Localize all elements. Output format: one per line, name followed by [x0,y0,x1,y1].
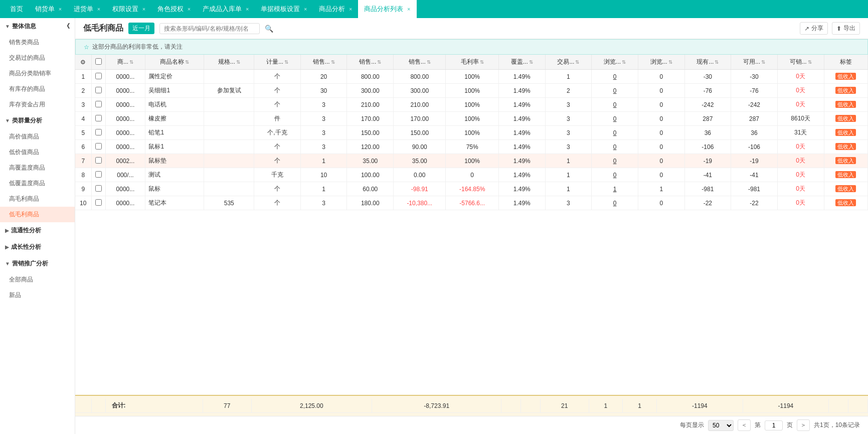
data-table: ⚙ 商...⇅ 商品名称⇅ 规格...⇅ 计量...⇅ 销售...⇅ 销售...… [75,55,868,210]
row-checkbox-6[interactable] [91,140,105,154]
row-views1-2[interactable]: 0 [592,84,638,98]
per-page-select[interactable]: 50 100 200 [708,420,734,431]
sidebar-item-low-coverage[interactable]: 低覆盖度商品 [0,176,75,191]
sidebar-item-high-margin[interactable]: 高毛利商品 [0,191,75,207]
sidebar-item-high-value[interactable]: 高价值商品 [0,129,75,144]
close-template-icon[interactable]: × [304,6,307,12]
nav-purchase[interactable]: 进货单 × [68,0,106,18]
sidebar-group-cluster-header[interactable]: ▼ 类群量分析 [0,112,75,129]
nav-analysis[interactable]: 商品分析 × [313,0,358,18]
row-views1-1[interactable]: 0 [592,70,638,84]
views1-link-7[interactable]: 0 [613,158,617,165]
close-role-icon[interactable]: × [188,6,191,12]
col-sales-amt[interactable]: 销售...⇅ [347,55,394,70]
sidebar-item-sales-goods[interactable]: 销售类商品 [0,35,75,50]
share-button[interactable]: ↗ 分享 [800,22,828,35]
col-spec[interactable]: 规格...⇅ [204,55,254,70]
row-checkbox-5[interactable] [91,126,105,140]
row-views1-7[interactable]: 0 [592,154,638,168]
row-tag-1: 低收入 [824,70,867,84]
views1-link-9[interactable]: 1 [613,186,617,193]
col-stock[interactable]: 现有...⇅ [684,55,731,70]
views1-link-1[interactable]: 0 [613,73,617,80]
close-analysis-list-icon[interactable]: × [407,6,410,12]
data-table-container[interactable]: ⚙ 商...⇅ 商品名称⇅ 规格...⇅ 计量...⇅ 销售...⇅ 销售...… [75,55,868,395]
sidebar-item-stock-goods[interactable]: 有库存的商品 [0,81,75,97]
row-checkbox-4[interactable] [91,112,105,126]
col-checkbox[interactable] [91,55,105,70]
filter-recent-month-button[interactable]: 近一月 [128,23,154,34]
sidebar-collapse-btn[interactable]: 《 [64,22,70,31]
row-views1-10[interactable]: 0 [592,196,638,210]
close-sales-icon[interactable]: × [59,6,62,12]
sidebar-item-new-goods[interactable]: 新品 [0,287,75,303]
nav-product-entry[interactable]: 产成品入库单 × [197,0,255,18]
search-input[interactable] [159,23,260,34]
search-icon[interactable]: 🔍 [265,25,273,33]
nav-home[interactable]: 首页 [4,0,29,18]
views1-link-5[interactable]: 0 [613,129,617,136]
select-all-checkbox[interactable] [95,58,102,65]
views1-link-8[interactable]: 0 [613,172,617,179]
row-checkbox-9[interactable] [91,182,105,196]
sidebar-group-growth-header[interactable]: ▶ 成长性分析 [0,239,75,255]
close-permission-icon[interactable]: × [142,6,145,12]
nav-permission[interactable]: 权限设置 × [106,0,151,18]
sidebar-group-flow-header[interactable]: ▶ 流通性分析 [0,222,75,239]
col-sellable[interactable]: 可销...⇅ [777,55,824,70]
col-available[interactable]: 可用...⇅ [731,55,778,70]
row-checkbox-2[interactable] [91,84,105,98]
row-checkbox-7[interactable] [91,154,105,168]
close-product-entry-icon[interactable]: × [246,6,249,12]
sidebar-item-high-coverage[interactable]: 高覆盖度商品 [0,160,75,176]
row-checkbox-3[interactable] [91,98,105,112]
page-input[interactable] [765,420,783,430]
views1-link-6[interactable]: 0 [613,143,617,151]
prev-page-button[interactable]: ＜ [738,419,751,431]
row-checkbox-10[interactable] [91,196,105,210]
row-views1-5[interactable]: 0 [592,126,638,140]
export-button[interactable]: ⬆ 导出 [832,22,860,35]
views1-link-10[interactable]: 0 [613,200,617,207]
row-views1-8[interactable]: 0 [592,168,638,182]
sidebar-group-marketing-header[interactable]: ▼ 营销推广分析 [0,255,75,272]
nav-template[interactable]: 单据模板设置 × [255,0,313,18]
close-analysis-icon[interactable]: × [349,6,352,12]
col-sales-qty[interactable]: 销售...⇅ [300,55,347,70]
views1-link-4[interactable]: 0 [613,115,617,122]
row-checkbox-8[interactable] [91,168,105,182]
close-purchase-icon[interactable]: × [97,6,100,12]
col-code[interactable]: 商...⇅ [105,55,145,70]
nav-sales[interactable]: 销货单 × [29,0,68,18]
row-num-8: 8 [75,168,91,182]
nav-analysis-list[interactable]: 商品分析列表 × [358,0,416,18]
row-views1-3[interactable]: 0 [592,98,638,112]
col-views2[interactable]: 浏览...⇅ [638,55,684,70]
row-spec-9 [204,182,254,196]
col-views1[interactable]: 浏览...⇅ [592,55,638,70]
tag-badge-1: 低收入 [835,73,856,80]
row-views1-6[interactable]: 0 [592,140,638,154]
row-num-7: 7 [75,154,91,168]
col-unit[interactable]: 计量...⇅ [254,55,301,70]
sidebar-item-stock-fund[interactable]: 库存资金占用 [0,97,75,112]
col-name[interactable]: 商品名称⇅ [145,55,204,70]
col-trade[interactable]: 交易...⇅ [545,55,592,70]
sidebar-item-low-margin[interactable]: 低毛利商品 [0,207,75,222]
sidebar-group-overview-header[interactable]: ▼ 整体信息 《 [0,18,75,35]
nav-role[interactable]: 角色授权 × [151,0,197,18]
row-views1-9[interactable]: 1 [592,182,638,196]
row-views1-4[interactable]: 0 [592,112,638,126]
sidebar-item-low-value[interactable]: 低价值商品 [0,144,75,160]
sidebar-item-all-goods[interactable]: 全部商品 [0,272,75,287]
col-settings[interactable]: ⚙ [75,55,91,70]
views1-link-3[interactable]: 0 [613,101,617,108]
col-sales-profit[interactable]: 销售...⇅ [394,55,446,70]
col-gross-margin[interactable]: 毛利率⇅ [446,55,499,70]
col-coverage[interactable]: 覆盖...⇅ [498,55,545,70]
sidebar-item-category-rate[interactable]: 商品分类助销率 [0,66,75,81]
row-checkbox-1[interactable] [91,70,105,84]
next-page-button[interactable]: ＞ [797,419,810,431]
views1-link-2[interactable]: 0 [613,87,617,94]
sidebar-item-traded-goods[interactable]: 交易过的商品 [0,50,75,66]
